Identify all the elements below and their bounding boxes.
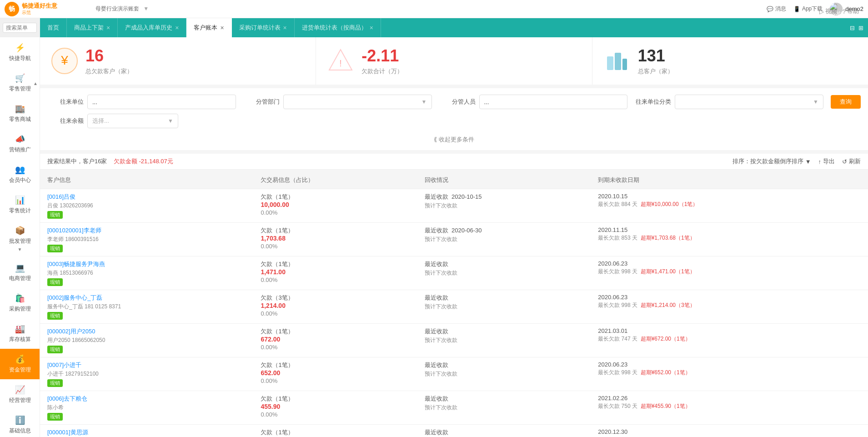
overdue-link[interactable]: 超期¥10,000.00（1笔）	[641, 201, 698, 207]
close-tab-customer-account[interactable]: ×	[220, 24, 224, 31]
close-tab-product-history[interactable]: ×	[175, 24, 179, 31]
customer-id-link[interactable]: [0016]吕俊	[47, 193, 246, 201]
from-unit-label: 往来单位	[47, 98, 84, 106]
overdue-link[interactable]: 超期¥1,471.00（1笔）	[641, 268, 695, 275]
customer-id-link[interactable]: [000001]黄思源	[47, 428, 246, 437]
overdue-link[interactable]: 超期¥455.90（1笔）	[641, 403, 691, 409]
customer-tag: 现销	[47, 312, 63, 320]
tab-bar-end: ⊟ ⊞	[845, 18, 868, 37]
close-tab-purchase-stats[interactable]: ×	[283, 24, 287, 31]
customer-id-link[interactable]: [0007]小进千	[47, 361, 246, 369]
company-name: 母婴行业演示账套 ▼	[95, 5, 767, 13]
dept-arrow-icon: ▼	[421, 99, 427, 105]
sidebar-item-member[interactable]: 👥 会员中心	[0, 159, 40, 190]
balance-select[interactable]: 选择... ▼	[87, 114, 178, 128]
tab-expand-icon[interactable]: ⊞	[858, 25, 863, 31]
overdue-link[interactable]: 超期¥1,703.68（1笔）	[641, 235, 695, 241]
customer-tag: 现销	[47, 346, 63, 353]
tab-product-history[interactable]: 产成品入库单历史 ×	[118, 18, 186, 37]
close-tab-goods-stats[interactable]: ×	[370, 24, 373, 31]
refresh-icon: ↺	[842, 158, 847, 165]
app-download-btn[interactable]: 📱 App下载	[793, 5, 823, 13]
sidebar-item-inventory[interactable]: 🏭 库存核算	[0, 318, 40, 349]
debt-customers-number: 16	[85, 46, 133, 65]
ecom-icon: 💻	[15, 263, 25, 273]
purchase-icon: 🛍️	[15, 293, 25, 303]
due-date: 2020.10.15	[598, 193, 861, 200]
sidebar-item-ecom[interactable]: 💻 电商管理	[0, 257, 40, 288]
sort-label[interactable]: 排序：按欠款金额倒序排序 ▼	[733, 157, 811, 166]
balance-placeholder: 选择...	[92, 117, 109, 125]
sidebar-item-capital[interactable]: 💰 资金管理	[0, 349, 40, 379]
export-btn[interactable]: ↑ 导出	[818, 157, 835, 166]
from-unit-input[interactable]: ...	[87, 95, 236, 109]
tab-goods-stats[interactable]: 进货单统计表（按商品） ×	[295, 18, 381, 37]
sidebar-item-ops[interactable]: 📈 经营管理	[0, 379, 40, 410]
unit-type-label: 往来单位分类	[635, 98, 671, 106]
customer-sub: 陈小希	[47, 404, 246, 412]
customer-id-link[interactable]: [0006]去下粮仓	[47, 395, 246, 403]
debt-customers-label: 总欠款客户（家）	[85, 67, 133, 75]
sidebar-item-retail-mall[interactable]: 🏬 零售商城	[0, 98, 40, 129]
stat-info-total-customers: 131 总客户（家）	[638, 46, 673, 75]
unit-type-select[interactable]: ▼	[675, 95, 823, 109]
customer-table: 客户信息 欠交易信息（占比） 回收情况 到期未收款日期 [0016]吕俊 吕俊 …	[40, 171, 868, 437]
export-icon: ↑	[818, 158, 822, 165]
next-collect: 预计下次收款	[425, 370, 583, 378]
refresh-btn[interactable]: ↺ 刷新	[842, 157, 861, 166]
svg-rect-6	[622, 59, 627, 70]
tab-purchase-stats[interactable]: 采购订单统计表 ×	[232, 18, 295, 37]
overdue-link[interactable]: 超期¥1,214.00（3笔）	[641, 302, 695, 308]
search-button[interactable]: 查询	[831, 95, 861, 109]
search-input[interactable]	[3, 23, 37, 33]
customer-id-link[interactable]: [000002]用户2050	[47, 327, 246, 336]
sidebar-item-label: 电商管理	[9, 275, 31, 282]
sidebar-item-purchase[interactable]: 🛍️ 采购管理	[0, 288, 40, 318]
result-actions: 排序：按欠款金额倒序排序 ▼ ↑ 导出 ↺ 刷新	[733, 157, 861, 166]
close-tab-product-list[interactable]: ×	[106, 24, 110, 31]
sidebar-search-area[interactable]	[0, 18, 40, 37]
sidebar-item-label: 库存核算	[9, 336, 31, 343]
customer-id-link[interactable]: [0002]服务中心_丁磊	[47, 294, 246, 302]
dept-select[interactable]: ▼	[283, 95, 432, 109]
page-content: ¥ 16 总欠款客户（家） !	[40, 37, 868, 437]
main-layout: ⚡ 快捷导航 🛒 零售管理 ▲ 🏬 零售商城 📣 营销推广 👥 会员中心 �	[0, 18, 868, 437]
customer-id-link[interactable]: [0001020001]李老师	[47, 226, 246, 235]
debt-amount: 652.00	[261, 369, 410, 377]
filter-unit-type: 往来单位分类 ▼	[635, 95, 823, 109]
collapse-filters[interactable]: ⟪ 收起更多条件	[47, 133, 861, 146]
debt-count: 欠款（1笔）	[261, 361, 410, 369]
next-collect: 预计下次收款	[425, 303, 583, 311]
logo-text: 畅捷通好生意	[22, 2, 57, 10]
sidebar-item-label: 批发管理	[9, 237, 31, 245]
table-row: [0006]去下粮仓 陈小希 现销 欠款（1笔） 455.90 0.00% 最近…	[40, 391, 868, 425]
customer-id-link[interactable]: [0003]畅捷服务尹海燕	[47, 260, 246, 268]
balance-label: 往来余额	[47, 117, 84, 125]
sidebar-item-retail-mgmt[interactable]: 🛒 零售管理 ▲	[0, 68, 40, 98]
person-input[interactable]: ...	[479, 95, 628, 109]
sidebar-item-batch-mgmt[interactable]: 📦 批发管理 ▼	[0, 220, 40, 257]
next-collect: 预计下次收款	[425, 337, 583, 344]
overdue-info: 最长欠款 998 天 超期¥1,214.00（3笔）	[598, 301, 861, 309]
sidebar-item-retail-stats[interactable]: 📊 零售统计	[0, 190, 40, 220]
debt-percent: 0.00%	[261, 310, 410, 317]
table-row: [0003]畅捷服务尹海燕 海燕 18513066976 现销 欠款（1笔） 1…	[40, 256, 868, 290]
debt-percent: 0.00%	[261, 209, 410, 216]
sidebar-item-label: 会员中心	[9, 176, 31, 184]
batch-mgmt-icon: 📦	[15, 226, 25, 236]
customer-sub: 李老师 18600391516	[47, 236, 246, 243]
debt-customers-icon: ¥	[51, 47, 78, 75]
filter-row-2: 往来余额 选择... ▼	[47, 114, 861, 128]
member-icon: 👥	[15, 165, 25, 175]
tab-collapse-icon[interactable]: ⊟	[850, 25, 855, 31]
sidebar-item-quick-nav[interactable]: ⚡ 快捷导航	[0, 37, 40, 68]
overdue-link[interactable]: 超期¥652.00（1笔）	[641, 369, 691, 376]
sidebar-item-basic-info[interactable]: ℹ️ 基础信息	[0, 410, 40, 437]
tab-home[interactable]: 首页	[40, 18, 67, 37]
arrow-icon: ▲	[33, 80, 38, 85]
overdue-link[interactable]: 超期¥672.00（1笔）	[641, 336, 691, 342]
sidebar-item-marketing[interactable]: 📣 营销推广	[0, 129, 40, 159]
message-btn[interactable]: 💬 消息	[767, 5, 786, 13]
tab-customer-account[interactable]: 客户账本 ×	[186, 18, 231, 37]
tab-product-list[interactable]: 商品上下架 ×	[67, 18, 118, 37]
